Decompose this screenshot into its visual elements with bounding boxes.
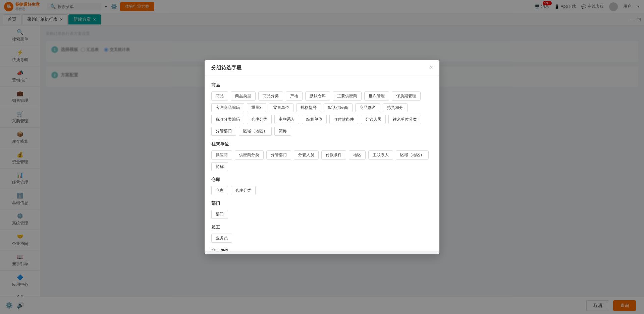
section-warehouse-title: 仓库 xyxy=(211,177,433,183)
section-goods-title: 商品 xyxy=(211,82,433,88)
field-tag-partner-2[interactable]: 分管部门 xyxy=(266,150,291,160)
dept-field-tags: 部门 xyxy=(211,210,433,219)
field-tag-goods-16[interactable]: 仓库分类 xyxy=(247,115,272,124)
field-tag-goods-2[interactable]: 商品分类 xyxy=(258,91,283,101)
field-tag-goods-20[interactable]: 分管人员 xyxy=(361,115,386,124)
field-tag-partner-6[interactable]: 主联系人 xyxy=(368,150,393,160)
field-tag-goods-13[interactable]: 商品别名 xyxy=(355,103,380,112)
field-tag-goods-9[interactable]: 重量3 xyxy=(247,103,266,112)
field-tag-goods-5[interactable]: 主要供应商 xyxy=(333,91,362,101)
field-tag-goods-8[interactable]: 客户商品编码 xyxy=(211,103,244,112)
section-prodattr-title: 商品属性 xyxy=(211,248,433,251)
field-tag-employee-0[interactable]: 业务员 xyxy=(211,234,232,243)
field-tag-goods-23[interactable]: 区域（地区） xyxy=(239,127,272,136)
field-tag-warehouse-0[interactable]: 仓库 xyxy=(211,186,228,195)
field-tag-goods-7[interactable]: 保质期管理 xyxy=(392,91,421,101)
modal-header: 分组待选字段 × xyxy=(205,60,439,75)
field-tag-goods-18[interactable]: 结算单位 xyxy=(302,115,327,124)
employee-field-tags: 业务员 xyxy=(211,234,433,243)
field-tag-partner-8[interactable]: 简称 xyxy=(211,162,228,171)
field-tag-partner-7[interactable]: 区域（地区） xyxy=(396,150,429,160)
warehouse-field-tags: 仓库 仓库分类 xyxy=(211,186,433,195)
field-select-modal: 分组待选字段 × 商品 商品 商品类型 商品分类 产地 默认仓库 主要供应商 批… xyxy=(205,60,439,254)
field-tag-goods-21[interactable]: 往来单位分类 xyxy=(388,115,421,124)
field-tag-warehouse-1[interactable]: 仓库分类 xyxy=(231,186,256,195)
modal-close-button[interactable]: × xyxy=(430,65,433,71)
field-tag-goods-14[interactable]: 拣货积分 xyxy=(383,103,408,112)
field-tag-goods-0[interactable]: 商品 xyxy=(211,91,228,101)
field-tag-goods-22[interactable]: 分管部门 xyxy=(211,127,236,136)
field-tag-goods-1[interactable]: 商品类型 xyxy=(231,91,256,101)
field-tag-partner-5[interactable]: 地区 xyxy=(349,150,366,160)
field-tag-goods-19[interactable]: 收付款条件 xyxy=(329,115,358,124)
modal-body: 商品 商品 商品类型 商品分类 产地 默认仓库 主要供应商 批次管理 保质期管理… xyxy=(205,75,439,251)
field-tag-goods-17[interactable]: 主联系人 xyxy=(274,115,299,124)
modal-horizontal-scrollbar[interactable] xyxy=(205,251,439,254)
field-tag-partner-0[interactable]: 供应商 xyxy=(211,150,232,160)
field-tag-goods-11[interactable]: 规格型号 xyxy=(296,103,321,112)
field-tag-goods-3[interactable]: 产地 xyxy=(286,91,303,101)
field-tag-goods-4[interactable]: 默认仓库 xyxy=(305,91,330,101)
modal-title: 分组待选字段 xyxy=(211,65,241,71)
field-tag-goods-12[interactable]: 默认供应商 xyxy=(324,103,353,112)
field-tag-goods-10[interactable]: 零售单位 xyxy=(269,103,293,112)
field-tag-goods-15[interactable]: 税收分类编码 xyxy=(211,115,244,124)
field-tag-dept-0[interactable]: 部门 xyxy=(211,210,228,219)
section-dept-title: 部门 xyxy=(211,200,433,206)
section-employee-title: 员工 xyxy=(211,224,433,230)
field-tag-partner-4[interactable]: 付款条件 xyxy=(321,150,346,160)
modal-overlay: 分组待选字段 × 商品 商品 商品类型 商品分类 产地 默认仓库 主要供应商 批… xyxy=(0,0,644,314)
field-tag-goods-24[interactable]: 简称 xyxy=(274,127,291,136)
field-tag-partner-1[interactable]: 供应商分类 xyxy=(235,150,264,160)
partner-field-tags: 供应商 供应商分类 分管部门 分管人员 付款条件 地区 主联系人 区域（地区） … xyxy=(211,150,433,171)
field-tag-goods-6[interactable]: 批次管理 xyxy=(364,91,389,101)
field-tag-partner-3[interactable]: 分管人员 xyxy=(294,150,319,160)
goods-field-tags: 商品 商品类型 商品分类 产地 默认仓库 主要供应商 批次管理 保质期管理 客户… xyxy=(211,91,433,136)
section-partner-title: 往来单位 xyxy=(211,141,433,147)
